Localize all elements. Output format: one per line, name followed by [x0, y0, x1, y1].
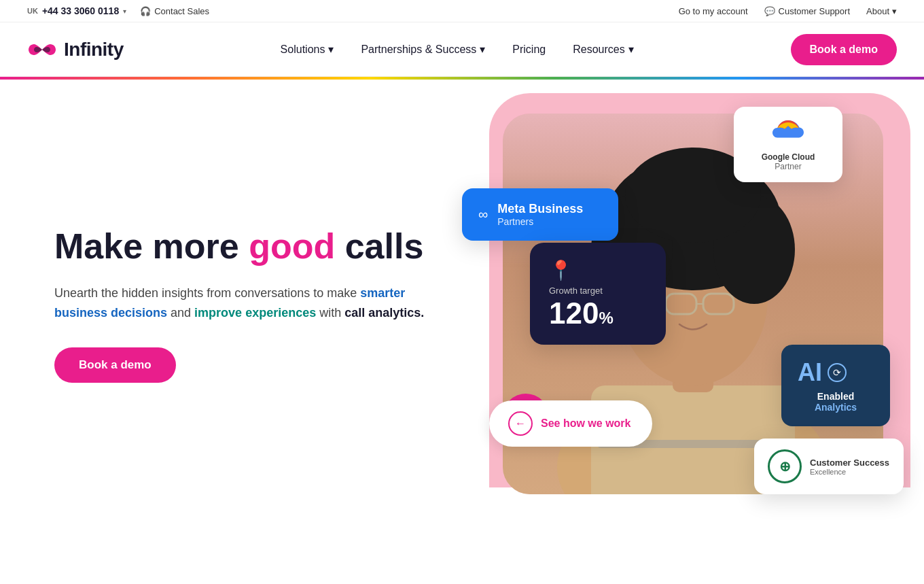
customer-success-sub: Excellence — [810, 468, 889, 476]
contact-sales-label: Contact Sales — [154, 6, 209, 16]
ai-analytics-card: AI ⟳ Enabled Analytics — [781, 345, 890, 426]
hero-title-pre: Make more — [54, 226, 249, 266]
phone-chevron-icon: ▾ — [123, 7, 126, 15]
solutions-label: Solutions — [281, 44, 325, 56]
partnerships-nav-item[interactable]: Partnerships & Success ▾ — [350, 37, 496, 61]
main-nav: Infinity Solutions ▾ Partnerships & Succ… — [0, 22, 924, 77]
customer-support-link[interactable]: 💬 Customer Support — [764, 6, 851, 16]
customer-success-title: Customer Success — [810, 458, 889, 468]
pricing-label: Pricing — [512, 44, 546, 56]
google-cloud-icon — [747, 118, 829, 148]
resources-label: Resources — [573, 44, 624, 56]
ai-analytics-label: Analytics — [798, 402, 874, 413]
see-how-arrow-icon: ← — [508, 411, 533, 436]
growth-target-card: 📍 Growth target 120% — [530, 243, 666, 345]
nav-center: Solutions ▾ Partnerships & Success ▾ Pri… — [270, 37, 645, 61]
meta-card-sub: Partners — [497, 216, 583, 227]
meta-card-title: Meta Business — [497, 202, 583, 216]
hero-cta: Book a demo — [54, 347, 435, 383]
book-demo-nav-button[interactable]: Book a demo — [791, 34, 897, 65]
customer-support-label: Customer Support — [779, 6, 851, 16]
logo-text: Infinity — [64, 39, 124, 61]
customer-success-card: ⊕ Customer Success Excellence — [754, 439, 904, 494]
hero-title: Make more good calls — [54, 225, 435, 267]
headset-icon: 🎧 — [140, 6, 151, 16]
infinity-logo-icon — [27, 35, 57, 65]
hero-description: Unearth the hidden insights from convers… — [54, 284, 435, 323]
nav-left: Infinity — [27, 35, 124, 65]
meta-icon: ∞ — [478, 207, 488, 222]
hero-section: Make more good calls Unearth the hidden … — [0, 80, 924, 528]
customer-success-icon: ⊕ — [768, 449, 802, 483]
ai-title: AI — [798, 358, 822, 387]
pricing-nav-item[interactable]: Pricing — [501, 38, 556, 61]
about-link[interactable]: About ▾ — [866, 6, 897, 16]
google-cloud-sub: Partner — [747, 162, 829, 171]
top-bar-right: Go to my account 💬 Customer Support Abou… — [679, 6, 897, 16]
book-demo-hero-button[interactable]: Book a demo — [54, 347, 176, 383]
partnerships-label: Partnerships & Success — [361, 44, 476, 56]
go-to-account-link[interactable]: Go to my account — [679, 6, 748, 16]
google-cloud-card: Google Cloud Partner — [734, 107, 842, 182]
hero-right: Google Cloud Partner ∞ Meta Business Par… — [435, 107, 897, 501]
resources-chevron-icon: ▾ — [628, 43, 634, 56]
see-how-work-card[interactable]: ← See how we work — [489, 400, 652, 447]
hero-title-post: calls — [335, 226, 423, 266]
hero-desc-pre: Unearth the hidden insights from convers… — [54, 286, 360, 300]
ai-enabled-label: Enabled — [798, 391, 874, 402]
phone-number: +44 33 3060 0118 — [42, 5, 119, 16]
ai-badge-icon: ⟳ — [828, 363, 847, 382]
logo[interactable]: Infinity — [27, 35, 124, 65]
nav-right: Book a demo — [791, 34, 897, 65]
see-how-label: See how we work — [541, 417, 630, 430]
hero-desc-post: with — [316, 306, 344, 320]
hero-desc-bold: call analytics. — [344, 306, 424, 320]
about-chevron-icon: ▾ — [892, 6, 897, 16]
phone-region[interactable]: UK +44 33 3060 0118 ▾ — [27, 5, 126, 16]
growth-number: 120 — [549, 298, 599, 328]
growth-label: Growth target — [549, 286, 647, 296]
resources-nav-item[interactable]: Resources ▾ — [562, 37, 644, 61]
support-icon: 💬 — [764, 6, 775, 16]
hero-desc-highlight2: improve experiences — [194, 306, 316, 320]
top-bar: UK +44 33 3060 0118 ▾ 🎧 Contact Sales Go… — [0, 0, 924, 22]
about-label: About — [866, 6, 889, 16]
meta-business-card: ∞ Meta Business Partners — [462, 188, 618, 241]
top-bar-left: UK +44 33 3060 0118 ▾ 🎧 Contact Sales — [27, 5, 209, 16]
region-label: UK — [27, 7, 38, 15]
solutions-chevron-icon: ▾ — [328, 43, 334, 56]
growth-percent: % — [599, 309, 613, 328]
partnerships-chevron-icon: ▾ — [480, 43, 485, 56]
hero-desc-mid: and — [167, 306, 194, 320]
solutions-nav-item[interactable]: Solutions ▾ — [270, 37, 345, 61]
hero-title-highlight: good — [249, 226, 335, 266]
growth-icon: 📍 — [549, 259, 647, 281]
hero-left: Make more good calls Unearth the hidden … — [54, 225, 435, 383]
google-cloud-title: Google Cloud — [747, 152, 829, 162]
contact-sales-link[interactable]: 🎧 Contact Sales — [140, 6, 209, 16]
